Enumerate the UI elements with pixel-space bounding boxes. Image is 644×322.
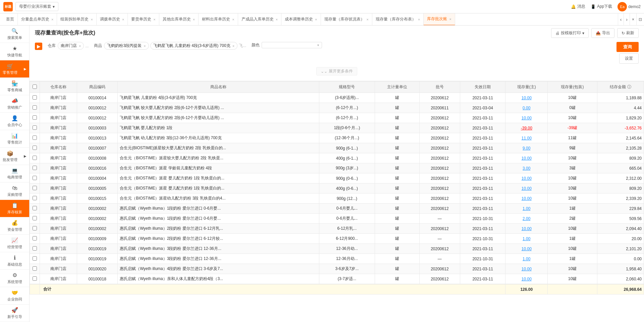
remove-product-tag-2[interactable]: × bbox=[232, 44, 234, 48]
td-checkbox[interactable] bbox=[30, 103, 40, 113]
close-icon[interactable]: × bbox=[449, 17, 451, 21]
close-icon[interactable]: × bbox=[193, 17, 195, 21]
td-checkbox[interactable] bbox=[30, 244, 40, 254]
td-qty-main[interactable]: 10.00 bbox=[505, 173, 548, 183]
remove-product-tag-1[interactable]: × bbox=[144, 44, 146, 48]
td-qty-main[interactable]: 10.00 bbox=[505, 244, 548, 254]
tab-cailiao-chuku[interactable]: 材料出库单历史 × bbox=[199, 13, 238, 25]
td-qty-main[interactable]: 10.00 bbox=[505, 113, 548, 123]
td-checkbox[interactable] bbox=[30, 194, 40, 204]
close-icon[interactable]: × bbox=[315, 17, 317, 21]
tab-kucun-pici[interactable]: 库存批次账 × bbox=[424, 13, 455, 25]
row-checkbox[interactable] bbox=[33, 206, 37, 210]
td-checkbox[interactable] bbox=[30, 214, 40, 224]
td-qty-main[interactable]: 3.00 bbox=[505, 163, 548, 173]
sidebar-item-search[interactable]: 🔍 搜索英单 bbox=[0, 25, 29, 43]
close-icon[interactable]: × bbox=[51, 17, 53, 21]
close-icon[interactable]: × bbox=[418, 17, 420, 21]
close-icon[interactable]: × bbox=[232, 17, 234, 21]
td-qty-main[interactable]: -39.00 bbox=[505, 123, 548, 133]
row-checkbox[interactable] bbox=[33, 146, 37, 150]
sidebar-item-system[interactable]: ⚙ 系统管理 bbox=[0, 270, 29, 287]
td-qty-main[interactable]: 2.00 bbox=[505, 214, 548, 224]
td-checkbox[interactable] bbox=[30, 264, 40, 274]
close-icon[interactable]: × bbox=[153, 17, 155, 21]
row-checkbox[interactable] bbox=[33, 276, 37, 281]
sidebar-item-retail-mall[interactable]: 🏪 零售商城 bbox=[0, 78, 29, 95]
sidebar-item-operation[interactable]: 📈 经营管理 bbox=[0, 235, 29, 252]
sidebar-item-retail[interactable]: 🛒 零售管理 ▶ bbox=[0, 60, 29, 78]
td-qty-main[interactable]: 10.00 bbox=[505, 264, 548, 274]
row-checkbox[interactable] bbox=[33, 105, 37, 110]
td-checkbox[interactable] bbox=[30, 153, 40, 163]
td-qty-main[interactable]: 1.00 bbox=[505, 254, 548, 264]
user-area[interactable]: Ea demo2 bbox=[618, 2, 641, 11]
row-checkbox[interactable] bbox=[33, 166, 37, 170]
sidebar-item-purchase[interactable]: 🛍 采购管理 bbox=[0, 182, 29, 200]
close-icon[interactable]: × bbox=[91, 17, 93, 21]
account-selector[interactable]: 母婴行业演示账套 ▾ bbox=[15, 2, 58, 11]
color-select[interactable]: ▾ bbox=[262, 42, 322, 48]
tab-yaohuo[interactable]: 要货单历史 × bbox=[128, 13, 159, 25]
row-checkbox[interactable] bbox=[33, 156, 37, 160]
td-checkbox[interactable] bbox=[30, 123, 40, 133]
td-qty-main[interactable]: 10.00 bbox=[505, 224, 548, 234]
row-checkbox[interactable] bbox=[33, 196, 37, 200]
row-checkbox[interactable] bbox=[33, 176, 37, 180]
tab-chengben[interactable]: 成本调整单历史 × bbox=[281, 13, 321, 25]
td-qty-main[interactable]: 0.00 bbox=[505, 103, 548, 113]
close-icon[interactable]: × bbox=[276, 17, 278, 21]
query-button[interactable]: 查询 bbox=[616, 42, 639, 52]
td-checkbox[interactable] bbox=[30, 133, 40, 143]
sidebar-item-basic[interactable]: ℹ 基础信息 bbox=[0, 252, 29, 270]
sidebar-item-marketing[interactable]: 📣 营销推广 bbox=[0, 95, 29, 113]
row-checkbox[interactable] bbox=[33, 115, 37, 120]
td-qty-main[interactable]: 10.00 bbox=[505, 153, 548, 163]
td-qty-main[interactable]: 11.00 bbox=[505, 133, 548, 143]
warehouse-tag-nanan[interactable]: 南岸门店 × bbox=[58, 42, 84, 50]
close-icon[interactable]: × bbox=[122, 17, 124, 21]
tab-qita-chuku[interactable]: 其他出库单历史 × bbox=[159, 13, 199, 25]
warehouse-more[interactable]: ... bbox=[85, 44, 89, 48]
product-tag-2[interactable]: 飞鹤星飞帆 儿童奶粉 4段(3-6岁适用) 700克 × bbox=[150, 42, 237, 50]
product-more[interactable]: 飞... bbox=[239, 43, 246, 49]
sidebar-item-collab[interactable]: 🤝 企业协同 bbox=[0, 287, 29, 305]
td-qty-main[interactable]: 10.00 bbox=[505, 93, 548, 103]
td-qty-main[interactable]: 1.00 bbox=[505, 204, 548, 214]
expand-conditions-button[interactable]: ⌄⌄ 展开更多条件 bbox=[316, 67, 357, 75]
row-checkbox[interactable] bbox=[33, 236, 37, 240]
nav-menu[interactable]: ⊡ bbox=[636, 13, 644, 25]
row-checkbox[interactable] bbox=[33, 246, 37, 251]
row-checkbox[interactable] bbox=[33, 226, 37, 230]
tab-home[interactable]: 首页 bbox=[3, 13, 18, 25]
td-checkbox[interactable] bbox=[30, 254, 40, 264]
td-qty-main[interactable]: 1.00 bbox=[505, 234, 548, 244]
td-checkbox[interactable] bbox=[30, 234, 40, 244]
sidebar-item-finance[interactable]: 💰 资金管理 bbox=[0, 217, 29, 235]
nav-prev-arrow[interactable]: ‹ bbox=[618, 13, 624, 25]
app-download-button[interactable]: 📱 App下载 bbox=[591, 4, 612, 9]
tab-xiancunliang2[interactable]: 现存量（库存分布表） × bbox=[372, 13, 424, 25]
td-checkbox[interactable] bbox=[30, 93, 40, 103]
row-checkbox[interactable] bbox=[33, 186, 37, 190]
nav-next-arrow[interactable]: › bbox=[624, 13, 630, 25]
sidebar-item-wholesale[interactable]: 📦 批发管理 ▶ bbox=[0, 148, 29, 165]
td-checkbox[interactable] bbox=[30, 183, 40, 194]
td-checkbox[interactable] bbox=[30, 113, 40, 123]
td-checkbox[interactable] bbox=[30, 274, 40, 284]
td-qty-main[interactable]: 9.00 bbox=[505, 143, 548, 153]
sidebar-item-guide[interactable]: 🚀 新手引导 bbox=[0, 305, 29, 322]
template-print-button[interactable]: 🖨 按模板打印 ▾ bbox=[551, 28, 589, 38]
sidebar-item-ecommerce[interactable]: 💻 电商管理 bbox=[0, 165, 29, 182]
tab-zuzhuang[interactable]: 组装拆卸单历史 × bbox=[57, 13, 96, 25]
sidebar-item-inventory[interactable]: 📋 库存核算 bbox=[0, 200, 29, 217]
row-checkbox[interactable] bbox=[33, 216, 37, 220]
row-checkbox[interactable] bbox=[33, 125, 37, 130]
setting-button[interactable]: 设置 bbox=[619, 53, 639, 64]
td-checkbox[interactable] bbox=[30, 204, 40, 214]
export-button[interactable]: 📤 导出 bbox=[591, 28, 614, 38]
sidebar-item-retail-stats[interactable]: 📊 零售统计 bbox=[0, 130, 29, 148]
close-icon[interactable]: × bbox=[367, 17, 369, 21]
row-checkbox[interactable] bbox=[33, 95, 37, 100]
refresh-button[interactable]: ↻ 刷新 bbox=[617, 28, 639, 38]
